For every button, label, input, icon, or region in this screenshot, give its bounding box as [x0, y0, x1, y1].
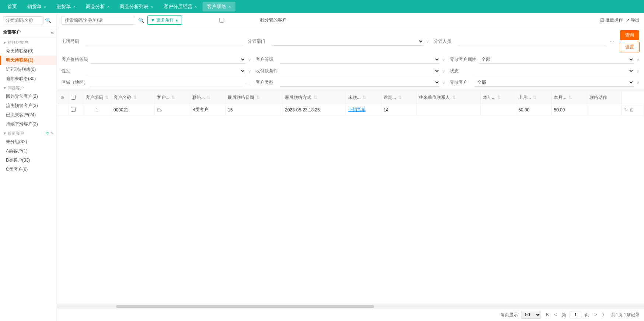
td-checkbox[interactable]	[68, 104, 83, 116]
sidebar-item-churned[interactable]: 已流失客户(24)	[0, 110, 57, 120]
filter-icon: ▼	[151, 18, 155, 23]
sidebar-collapse-btn[interactable]: «	[51, 30, 54, 35]
td-last-date: 2023-05-23 18:25:	[283, 104, 346, 116]
sidebar-item-tomorrow[interactable]: 明天待联络(1)	[0, 56, 57, 65]
value-refresh-icon[interactable]: ↻	[46, 131, 49, 136]
sidebar-item-a-class[interactable]: A类客户(1)	[0, 146, 57, 156]
sidebar-item-churn-warn[interactable]: 流失预警客户(3)	[0, 101, 57, 110]
batch-icon: ☑	[600, 18, 604, 23]
settings-button[interactable]: 设置	[620, 42, 640, 52]
first-page-btn[interactable]: K	[544, 311, 551, 318]
prev-page-btn[interactable]: <	[552, 311, 559, 318]
filter-actions: 查询 设置	[620, 30, 640, 52]
search-btn-icon[interactable]: 🔍	[138, 17, 144, 23]
scrollbar-thumb[interactable]	[116, 305, 374, 308]
th-code[interactable]: 客户编码 ⇅	[83, 92, 111, 104]
td-contacts	[480, 104, 516, 116]
my-customers-checkbox[interactable]: 我分管的客户	[185, 17, 287, 23]
sidebar-item-declining[interactable]: 持续下滑客户(2)	[0, 120, 57, 129]
nav-customer-tier[interactable]: 客户分层经营 ×	[159, 2, 201, 11]
td-last-method[interactable]: 下销货单	[346, 104, 381, 116]
content-area: 🔍 ▼ 更多条件 ▲ 我分管的客户 ☑ 批量操作 ↗ 导出	[57, 13, 644, 321]
th-overdue[interactable]: 逾期... ⇅	[381, 92, 417, 104]
sidebar-item-c-class[interactable]: C类客户(6)	[0, 165, 57, 174]
th-contact-count[interactable]: 联络... ⇅	[190, 92, 225, 104]
close-sales-icon[interactable]: ×	[44, 4, 46, 9]
value-edit-icon[interactable]: ✎	[50, 131, 54, 136]
filter-customer-type: 客户类型 ∨	[256, 78, 445, 87]
gender-select[interactable]	[86, 67, 246, 75]
payment-select[interactable]	[280, 67, 440, 75]
area-more-icon[interactable]: ···	[245, 80, 251, 85]
action-grid-icon[interactable]: ⊞	[630, 107, 634, 113]
close-analysis-icon[interactable]: ×	[107, 4, 109, 9]
filter-retail-customer: 零散客户 全部 ∨	[450, 78, 640, 87]
sidebar-search-icon[interactable]: 🔍	[45, 17, 51, 23]
retail-attr-select[interactable]: 全部	[479, 55, 634, 64]
pending-arrow-icon: ▼	[3, 41, 7, 45]
sort-last-date-icon: ⇅	[256, 95, 260, 100]
th-this-month[interactable]: 本月... ⇅	[552, 92, 587, 104]
nav-sales[interactable]: 销货单 ×	[23, 2, 50, 11]
th-last-date[interactable]: 最后联络日期 ⇅	[225, 92, 283, 104]
row-checkbox[interactable]	[71, 107, 76, 112]
sidebar-item-today[interactable]: 今天待联络(0)	[0, 46, 57, 56]
batch-operation-btn[interactable]: ☑ 批量操作	[600, 17, 623, 23]
sidebar-item-ungrouped[interactable]: 未分组(32)	[0, 137, 57, 146]
nav-analysis-list[interactable]: 商品分析列表 ×	[115, 2, 157, 11]
sidebar-search-input[interactable]	[3, 16, 43, 24]
action-refresh-icon[interactable]: ↻	[624, 107, 628, 113]
person-input[interactable]	[458, 38, 606, 45]
th-last-method[interactable]: 最后联络方式 ⇅	[283, 92, 346, 104]
per-page-select[interactable]: 50 20 100	[521, 311, 541, 319]
nav-customer-contact[interactable]: 客户联络 ×	[203, 2, 235, 11]
th-type[interactable]: 客户... ⇅	[154, 92, 190, 104]
close-customer-contact-icon[interactable]: ×	[228, 4, 231, 9]
filter-area: 区域（地区） ···	[62, 79, 251, 86]
query-button[interactable]: 查询	[620, 30, 639, 40]
sidebar-item-overdue[interactable]: 逾期未联络(30)	[0, 74, 57, 83]
nav-home[interactable]: 首页	[3, 2, 21, 11]
customer-level-select[interactable]	[280, 55, 440, 64]
th-gear[interactable]: ⚙	[57, 92, 68, 104]
page-input[interactable]	[570, 311, 581, 318]
status-select[interactable]	[474, 67, 634, 75]
th-checkbox[interactable]	[68, 92, 83, 104]
filter-row-2: 客户价格等级 ∨ 客户等级 ∨ 零散客户属性 全部 ∨	[62, 55, 640, 64]
my-customers-check[interactable]	[185, 18, 259, 23]
td-gear	[57, 104, 68, 116]
th-contacts[interactable]: 往来单位联系人 ⇅	[417, 92, 480, 104]
last-page-btn[interactable]: 》	[600, 311, 608, 319]
search-input[interactable]	[62, 16, 135, 25]
sort-contact-count-icon: ⇅	[207, 95, 210, 100]
retail-customer-select[interactable]: 全部	[474, 78, 634, 87]
th-this-year[interactable]: 本年... ⇅	[480, 92, 516, 104]
close-purchase-icon[interactable]: ×	[73, 4, 75, 9]
person-more-icon[interactable]: ···	[609, 39, 615, 44]
select-all-checkbox[interactable]	[71, 95, 76, 100]
filter-status: 状态 ∨	[450, 67, 640, 75]
close-analysis-list-icon[interactable]: ×	[151, 4, 153, 9]
data-table-container: ⚙ 客户编码 ⇅ 客户名称 ⇅ 客户... ⇅ 联络... ⇅ 最后联络日期 ⇅…	[57, 92, 644, 304]
next-page-btn[interactable]: >	[592, 311, 599, 318]
horizontal-scrollbar[interactable]	[57, 305, 644, 308]
th-no-contact[interactable]: 未联... ⇅	[346, 92, 381, 104]
nav-analysis[interactable]: 商品分析 ×	[81, 2, 114, 11]
price-level-select[interactable]	[90, 55, 246, 64]
more-conditions-btn[interactable]: ▼ 更多条件 ▲	[147, 15, 182, 25]
nav-purchase[interactable]: 进货单 ×	[52, 2, 80, 11]
right-action-btns: ☑ 批量操作 ↗ 导出	[600, 17, 640, 23]
sidebar-item-7days[interactable]: 近7天待联络(0)	[0, 65, 57, 74]
sidebar-item-repurchase[interactable]: 回购异常客户(2)	[0, 92, 57, 101]
customer-type-select[interactable]	[280, 78, 440, 87]
sidebar-item-b-class[interactable]: B类客户(33)	[0, 156, 57, 165]
td-name: Ea	[154, 104, 190, 116]
phone-input[interactable]	[86, 38, 243, 45]
close-customer-tier-icon[interactable]: ×	[195, 4, 197, 9]
dept-select[interactable]	[272, 37, 424, 46]
th-name[interactable]: 客户名称 ⇅	[111, 92, 154, 104]
table-row: 1 000021 Ea B类客户 15 2023-05-23 18:25: 下销…	[57, 104, 644, 116]
th-last-month[interactable]: 上月... ⇅	[516, 92, 552, 104]
area-input[interactable]	[90, 79, 242, 86]
export-btn[interactable]: ↗ 导出	[626, 17, 640, 23]
